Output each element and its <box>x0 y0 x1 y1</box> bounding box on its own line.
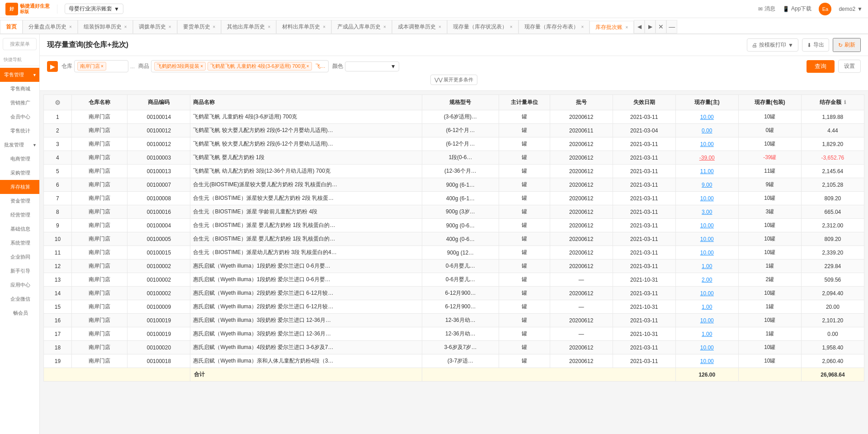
goods-filter-container[interactable]: 飞鹤奶粉3段两提装 × 飞鹤星飞帆 儿童奶粉 4段(3-6岁适用) 700克 ×… <box>151 60 329 72</box>
goods-tag2-close[interactable]: × <box>307 64 309 69</box>
tab-close-icon[interactable]: × <box>213 24 216 29</box>
message-button[interactable]: ✉ 消息 <box>758 5 775 13</box>
settings-button[interactable]: 设置 <box>838 60 861 73</box>
tab-minimize-button[interactable]: — <box>666 20 677 33</box>
query-button[interactable]: 查询 <box>807 60 835 73</box>
row-stock-main[interactable]: 0.00 <box>675 124 738 137</box>
row-stock-main[interactable]: 10.00 <box>675 192 738 205</box>
row-stock-main[interactable]: 10.00 <box>675 110 738 124</box>
filter-toggle-button[interactable]: ▶ <box>47 61 58 72</box>
tab-close-icon[interactable]: × <box>439 24 441 29</box>
row-index: 13 <box>44 273 72 287</box>
row-stock-main[interactable]: 11.00 <box>675 165 738 178</box>
warehouse-filter-container[interactable]: 南岸门店 × <box>74 60 128 72</box>
industry-select[interactable]: 母婴行业演示账套 ▼ <box>65 4 123 14</box>
tab-close-icon[interactable]: × <box>581 24 584 29</box>
row-stock-main[interactable]: 10.00 <box>675 246 738 259</box>
tab-close-icon[interactable]: × <box>510 24 513 29</box>
sidebar-item-retail-shop[interactable]: 零售商城 <box>0 82 39 96</box>
tab-cailiaochuku[interactable]: 材料出库单历史 × <box>276 20 331 33</box>
tab-close-icon[interactable]: × <box>124 24 127 29</box>
tab-xiancunliang-kuangkuang[interactable]: 现存量（库存状况表） × <box>447 20 519 33</box>
sidebar-item-wechat[interactable]: 企业微信 <box>0 292 39 306</box>
row-name: 飞鹤星飞帆 较大婴儿配方奶粉 2段(6-12个月婴幼儿适用)… <box>190 124 422 137</box>
table-container[interactable]: ⚙ 仓库名称 商品编码 商品名称 规格型号 主计量单位 批号 失效日期 现存量(… <box>40 91 868 434</box>
sidebar-item-member[interactable]: 会员中心 <box>0 110 39 124</box>
tab-close-icon[interactable]: × <box>323 24 326 29</box>
sidebar-item-marketing[interactable]: 营销推广 <box>0 96 39 110</box>
sidebar-item-basic-info[interactable]: 基础信息 <box>0 222 39 236</box>
tab-yaohuo[interactable]: 要货单历史 × <box>177 20 222 33</box>
sidebar-search: 搜索菜单 <box>0 34 39 54</box>
user-name[interactable]: demo2 ▼ <box>839 6 863 12</box>
sidebar-item-retail-stats[interactable]: 零售统计 <box>0 124 39 138</box>
template-print-button[interactable]: 🖨 按模板打印 ▼ <box>747 38 798 52</box>
row-stock-main[interactable]: 10.00 <box>675 232 738 246</box>
row-warehouse: 南岸门店 <box>71 246 127 259</box>
user-avatar[interactable]: Ea <box>819 3 831 15</box>
row-stock-main[interactable]: -39.00 <box>675 151 738 165</box>
search-menu-button[interactable]: 搜索菜单 <box>3 38 37 50</box>
tab-home[interactable]: 首页 <box>0 20 23 33</box>
info-icon[interactable]: ℹ <box>844 99 846 105</box>
sidebar-item-wholesale-mgmt[interactable]: 批发管理 ▼ <box>0 138 39 152</box>
row-stock-main[interactable]: 1.00 <box>675 259 738 273</box>
refresh-button[interactable]: ↻ 刷新 <box>833 38 861 52</box>
goods-tag1-close[interactable]: × <box>200 64 203 69</box>
tab-close-icon[interactable]: × <box>625 25 628 30</box>
row-code: 00100014 <box>127 110 190 124</box>
col-settings[interactable]: ⚙ <box>44 95 72 110</box>
tab-close-icon[interactable]: × <box>169 24 171 29</box>
color-filter-container[interactable]: ▼ <box>345 61 399 71</box>
app-download-button[interactable]: 📱 App下载 <box>783 5 811 13</box>
tab-close-all-button[interactable]: ✕ <box>656 20 666 33</box>
row-stock-main[interactable]: 1.00 <box>675 300 738 314</box>
tab-zuzhangchaijian[interactable]: 组装拆卸单历史 × <box>78 20 133 33</box>
tab-qitachuku[interactable]: 其他出库单历史 × <box>221 20 276 33</box>
row-stock-main[interactable]: 10.00 <box>675 219 738 232</box>
tab-diaobodanhistory[interactable]: 调拨单历史 × <box>133 20 177 33</box>
sidebar-item-membership[interactable]: 畅会员 <box>0 306 39 320</box>
row-index: 15 <box>44 300 72 314</box>
sidebar-item-system-mgmt[interactable]: 系统管理 <box>0 236 39 250</box>
tab-fenliangpandian[interactable]: 分量盘点单历史 × <box>23 20 78 33</box>
tab-pizhizhang[interactable]: 库存批次账 × <box>590 21 634 34</box>
sidebar-item-inventory[interactable]: 库存核算 <box>0 180 39 194</box>
row-stock-main[interactable]: 10.00 <box>675 287 738 300</box>
row-stock-main[interactable]: 2.00 <box>675 273 738 287</box>
tab-prev-button[interactable]: ◀ <box>634 20 645 33</box>
sidebar-item-guide[interactable]: 新手引导 <box>0 264 39 278</box>
sidebar-item-purchase[interactable]: 采购管理 <box>0 166 39 180</box>
row-code: 00100002 <box>127 287 190 300</box>
row-stock-main[interactable]: 10.00 <box>675 314 738 327</box>
row-balance: 1,189.88 <box>801 110 864 124</box>
quick-nav-label: 快捷导航 <box>0 54 39 64</box>
row-stock-main[interactable]: 10.00 <box>675 137 738 151</box>
sidebar-item-operations[interactable]: 经营管理 <box>0 208 39 222</box>
tab-chengpinruku[interactable]: 产成品入库单历史 × <box>331 20 392 33</box>
row-stock-main[interactable]: 3.00 <box>675 205 738 219</box>
row-stock-main[interactable]: 1.00 <box>675 327 738 341</box>
filter-goods-group: 商品 飞鹤奶粉3段两提装 × 飞鹤星飞帆 儿童奶粉 4段(3-6岁适用) 700… <box>138 60 329 72</box>
settings-icon[interactable]: ⚙ <box>55 99 61 106</box>
tab-close-icon[interactable]: × <box>69 24 72 29</box>
footer-balance-total: 26,968.64 <box>801 368 864 382</box>
sidebar-item-finance[interactable]: 资金管理 <box>0 194 39 208</box>
sidebar-item-enterprise[interactable]: 企业协同 <box>0 250 39 264</box>
row-stock-main[interactable]: 10.00 <box>675 341 738 354</box>
tab-chengtiao[interactable]: 成本调整单历史 × <box>392 20 447 33</box>
expand-more-button[interactable]: ⋁⋁ 展开更多条件 <box>430 75 477 85</box>
row-spec: 12-36月幼… <box>422 314 499 327</box>
sidebar-item-app-center[interactable]: 应用中心 <box>0 278 39 292</box>
tab-close-icon[interactable]: × <box>268 24 270 29</box>
row-stock-main[interactable]: 9.00 <box>675 178 738 192</box>
warehouse-tag-close[interactable]: × <box>101 64 104 69</box>
sidebar-item-retail-mgmt[interactable]: 零售管理 ▼ <box>0 68 39 82</box>
sidebar-item-ecommerce[interactable]: 电商管理 <box>0 152 39 166</box>
export-button[interactable]: ⬇ 导出 <box>802 38 829 52</box>
row-stock-main[interactable]: 10.00 <box>675 354 738 368</box>
tab-xiancunliang-fenbiao[interactable]: 现存量（库存分布表） × <box>519 20 590 33</box>
tab-close-icon[interactable]: × <box>383 24 386 29</box>
tab-next-button[interactable]: ▶ <box>645 20 656 33</box>
row-stock-pkg: 11罐 <box>738 165 801 178</box>
